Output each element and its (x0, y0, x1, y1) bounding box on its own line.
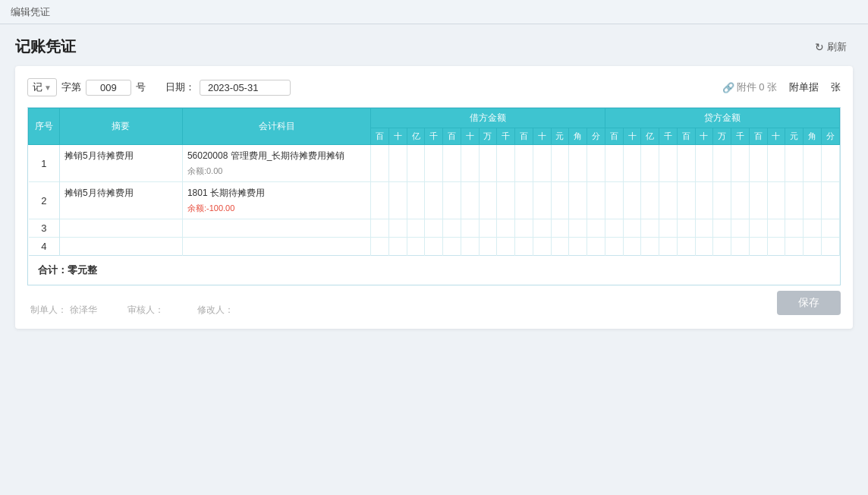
row-3-debit-digit-10[interactable] (551, 238, 569, 256)
row-2-account[interactable] (182, 219, 370, 238)
row-3-debit-digit-8[interactable] (515, 238, 533, 256)
row-1-credit-digit-8[interactable] (749, 182, 767, 219)
row-2-credit-digit-5[interactable] (695, 219, 713, 238)
row-2-debit-digit-6[interactable] (479, 219, 497, 238)
row-0-debit-digit-6[interactable] (479, 145, 497, 182)
row-2-credit-digit-6[interactable] (713, 219, 731, 238)
row-0-credit-digit-1[interactable] (623, 145, 641, 182)
row-2-credit-digit-3[interactable] (659, 219, 678, 238)
row-0-credit-digit-2[interactable] (641, 145, 659, 182)
row-0-credit-digit-5[interactable] (695, 145, 713, 182)
attach-link[interactable]: 🔗 附件 0 张 (722, 80, 777, 94)
row-0-debit-digit-0[interactable] (371, 145, 389, 182)
row-3-debit-digit-1[interactable] (388, 238, 407, 256)
row-1-credit-digit-11[interactable] (804, 182, 822, 219)
row-3-debit-digit-7[interactable] (497, 238, 515, 256)
row-3-credit-digit-5[interactable] (695, 238, 713, 256)
row-3-credit-digit-8[interactable] (749, 238, 767, 256)
row-0-debit-digit-10[interactable] (551, 145, 569, 182)
row-3-credit-digit-0[interactable] (605, 238, 623, 256)
row-1-credit-digit-5[interactable] (695, 182, 713, 219)
row-1-debit-digit-11[interactable] (569, 182, 587, 219)
row-3-credit-digit-12[interactable] (821, 238, 839, 256)
row-1-debit-digit-10[interactable] (551, 182, 569, 219)
row-2-credit-digit-10[interactable] (785, 219, 804, 238)
row-2-debit-digit-9[interactable] (533, 219, 551, 238)
row-3-debit-digit-9[interactable] (533, 238, 551, 256)
row-2-credit-digit-12[interactable] (821, 219, 839, 238)
row-2-credit-digit-2[interactable] (641, 219, 659, 238)
row-3-credit-digit-7[interactable] (731, 238, 750, 256)
row-3-credit-digit-9[interactable] (767, 238, 785, 256)
row-0-debit-digit-8[interactable] (515, 145, 533, 182)
row-1-debit-digit-0[interactable] (371, 182, 389, 219)
row-1-debit-digit-9[interactable] (533, 182, 551, 219)
row-0-credit-digit-10[interactable] (785, 145, 804, 182)
row-1-credit-digit-4[interactable] (677, 182, 695, 219)
row-2-debit-digit-4[interactable] (443, 219, 461, 238)
row-2-credit-digit-4[interactable] (677, 219, 695, 238)
attach-doc-button[interactable]: 附单据 (789, 80, 819, 94)
row-2-debit-digit-7[interactable] (497, 219, 515, 238)
row-0-credit-digit-12[interactable] (821, 145, 839, 182)
refresh-button[interactable]: ↻ 刷新 (809, 37, 853, 57)
save-button[interactable]: 保存 (777, 291, 841, 315)
row-3-debit-digit-5[interactable] (461, 238, 479, 256)
row-1-debit-digit-7[interactable] (497, 182, 515, 219)
row-2-debit-digit-12[interactable] (587, 219, 605, 238)
row-3-debit-digit-0[interactable] (371, 238, 389, 256)
row-0-credit-digit-3[interactable] (659, 145, 678, 182)
row-1-credit-digit-7[interactable] (731, 182, 750, 219)
row-1-credit-digit-10[interactable] (785, 182, 804, 219)
row-1-credit-digit-3[interactable] (659, 182, 678, 219)
row-3-debit-digit-12[interactable] (587, 238, 605, 256)
row-1-debit-digit-6[interactable] (479, 182, 497, 219)
row-1-summary[interactable]: 摊销5月待摊费用 (60, 182, 183, 219)
row-3-credit-digit-2[interactable] (641, 238, 659, 256)
date-input[interactable] (200, 80, 291, 96)
row-1-account[interactable]: 1801 长期待摊费用余额:-100.00 (182, 182, 370, 219)
row-0-debit-digit-7[interactable] (497, 145, 515, 182)
row-2-debit-digit-11[interactable] (569, 219, 587, 238)
row-0-debit-digit-9[interactable] (533, 145, 551, 182)
row-0-debit-digit-5[interactable] (461, 145, 479, 182)
row-2-credit-digit-8[interactable] (749, 219, 767, 238)
row-0-debit-digit-3[interactable] (425, 145, 443, 182)
row-3-debit-digit-11[interactable] (569, 238, 587, 256)
row-2-debit-digit-2[interactable] (407, 219, 425, 238)
row-3-summary[interactable] (60, 238, 183, 256)
voucher-number-input[interactable] (86, 80, 131, 96)
row-1-debit-digit-2[interactable] (407, 182, 425, 219)
voucher-type-select[interactable]: 记 ▼ (27, 78, 57, 96)
row-0-credit-digit-4[interactable] (677, 145, 695, 182)
row-1-credit-digit-6[interactable] (713, 182, 731, 219)
row-3-debit-digit-4[interactable] (443, 238, 461, 256)
row-0-credit-digit-6[interactable] (713, 145, 731, 182)
row-2-debit-digit-1[interactable] (388, 219, 407, 238)
row-1-debit-digit-12[interactable] (587, 182, 605, 219)
row-1-debit-digit-4[interactable] (443, 182, 461, 219)
row-2-debit-digit-0[interactable] (371, 219, 389, 238)
row-2-debit-digit-5[interactable] (461, 219, 479, 238)
row-3-debit-digit-2[interactable] (407, 238, 425, 256)
row-3-credit-digit-11[interactable] (804, 238, 822, 256)
row-1-credit-digit-2[interactable] (641, 182, 659, 219)
row-1-debit-digit-5[interactable] (461, 182, 479, 219)
row-0-credit-digit-9[interactable] (767, 145, 785, 182)
row-1-credit-digit-1[interactable] (623, 182, 641, 219)
row-1-credit-digit-12[interactable] (821, 182, 839, 219)
row-0-debit-digit-11[interactable] (569, 145, 587, 182)
row-0-debit-digit-12[interactable] (587, 145, 605, 182)
row-0-credit-digit-0[interactable] (605, 145, 623, 182)
row-1-debit-digit-8[interactable] (515, 182, 533, 219)
row-3-credit-digit-6[interactable] (713, 238, 731, 256)
row-2-credit-digit-0[interactable] (605, 219, 623, 238)
row-1-debit-digit-3[interactable] (425, 182, 443, 219)
row-2-debit-digit-8[interactable] (515, 219, 533, 238)
row-0-debit-digit-1[interactable] (388, 145, 407, 182)
row-0-credit-digit-11[interactable] (804, 145, 822, 182)
row-3-credit-digit-10[interactable] (785, 238, 804, 256)
row-3-credit-digit-3[interactable] (659, 238, 678, 256)
row-1-credit-digit-9[interactable] (767, 182, 785, 219)
row-0-credit-digit-7[interactable] (731, 145, 750, 182)
